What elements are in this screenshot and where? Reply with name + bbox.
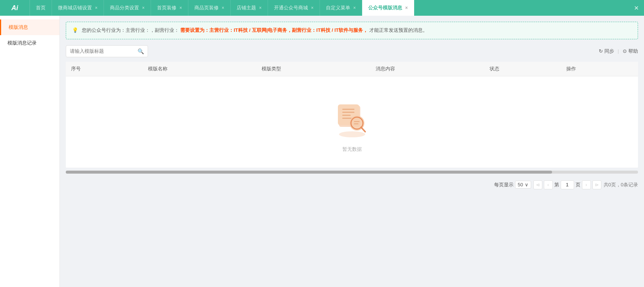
tab-close-wechat-shop[interactable]: × <box>95 5 98 10</box>
tab-close-store-theme[interactable]: × <box>259 5 262 10</box>
help-icon: ⊙ <box>623 48 627 54</box>
tab-bar: Ai 首页微商城店铺设置×商品分类设置×首页装修×商品页装修×店铺主题×开通公众… <box>0 0 644 16</box>
per-page-select[interactable]: 50 ∨ <box>515 181 531 189</box>
sync-button[interactable]: ↻ 同步 <box>599 48 614 55</box>
total-records: 共0页，0条记录 <box>604 181 638 188</box>
main-layout: 模版消息模版消息记录 💡 您的公众号行业为：主营行业：，副营行业： 需要设置为：… <box>0 16 644 287</box>
search-box: 🔍 <box>66 45 148 57</box>
tab-label-category: 商品分类设置 <box>110 4 139 11</box>
tab-close-custom-menu[interactable]: × <box>353 5 356 10</box>
svg-point-0 <box>339 131 365 137</box>
tab-item-open-mall[interactable]: 开通公众号商城× <box>268 0 320 16</box>
notice-box: 💡 您的公众号行业为：主营行业：，副营行业： 需要设置为：主营行业：IT科技 /… <box>66 22 638 39</box>
scroll-thumb <box>66 171 552 174</box>
svg-line-7 <box>361 127 365 132</box>
toolbar-right: ↻ 同步 | ⊙ 帮助 <box>599 48 638 55</box>
toolbar: 🔍 ↻ 同步 | ⊙ 帮助 <box>66 45 638 57</box>
tab-label-product-decor: 商品页装修 <box>194 4 219 11</box>
table-header: 序号模版名称模版类型消息内容状态操作 <box>66 62 638 76</box>
tab-item-home[interactable]: 首页 <box>30 0 52 16</box>
close-all-button[interactable]: ✕ <box>629 4 644 12</box>
page-number-input[interactable] <box>561 180 574 189</box>
search-icon[interactable]: 🔍 <box>138 48 144 54</box>
page-size-selector: 每页显示 50 ∨ <box>494 181 531 189</box>
table-wrapper: 序号模版名称模版类型消息内容状态操作 <box>66 62 638 168</box>
sidebar-item-template-msg[interactable]: 模版消息 <box>0 19 59 35</box>
scroll-indicator[interactable] <box>66 171 638 174</box>
data-table: 序号模版名称模版类型消息内容状态操作 <box>66 62 638 76</box>
page-navigation: ⊲ ‹ 第 页 › ⊳ <box>533 180 601 189</box>
tab-close-product-decor[interactable]: × <box>222 5 224 10</box>
col-header-action: 操作 <box>561 62 638 76</box>
per-page-label: 每页显示 <box>494 181 514 188</box>
col-header-index: 序号 <box>66 62 143 76</box>
last-page-button[interactable]: ⊳ <box>592 180 601 189</box>
tab-close-open-mall[interactable]: × <box>311 5 314 10</box>
empty-state: 暂无数据 <box>66 76 638 168</box>
help-button[interactable]: ⊙ 帮助 <box>623 48 638 55</box>
tab-item-store-theme[interactable]: 店铺主题× <box>231 0 268 16</box>
tab-item-custom-menu[interactable]: 自定义菜单× <box>320 0 362 16</box>
tab-close-template-msg[interactable]: × <box>405 5 408 10</box>
tab-item-wechat-shop[interactable]: 微商城店铺设置× <box>52 0 104 16</box>
tab-item-category[interactable]: 商品分类设置× <box>104 0 151 16</box>
content-area: 💡 您的公众号行业为：主营行业：，副营行业： 需要设置为：主营行业：IT科技 /… <box>60 16 644 287</box>
tab-close-homepage-decor[interactable]: × <box>179 5 182 10</box>
tab-label-custom-menu: 自定义菜单 <box>326 4 350 11</box>
next-page-button[interactable]: › <box>582 180 591 189</box>
toolbar-divider: | <box>618 48 619 54</box>
sidebar-item-template-log[interactable]: 模版消息记录 <box>0 35 59 51</box>
chevron-down-icon: ∨ <box>525 182 529 187</box>
tab-item-product-decor[interactable]: 商品页装修× <box>188 0 231 16</box>
col-header-name: 模版名称 <box>143 62 257 76</box>
col-header-type: 模版类型 <box>256 62 370 76</box>
logo: Ai <box>0 0 30 16</box>
sync-icon: ↻ <box>599 48 603 54</box>
col-header-content: 消息内容 <box>370 62 484 76</box>
per-page-value: 50 <box>518 182 523 187</box>
tab-label-homepage-decor: 首页装修 <box>157 4 176 11</box>
sidebar: 模版消息模版消息记录 <box>0 16 60 287</box>
tab-label-store-theme: 店铺主题 <box>237 4 256 11</box>
col-header-status: 状态 <box>484 62 561 76</box>
help-label: 帮助 <box>628 48 638 55</box>
tab-item-template-msg[interactable]: 公众号模版消息× <box>362 0 414 16</box>
notice-icon: 💡 <box>72 27 78 33</box>
page-unit: 页 <box>576 181 580 188</box>
prev-page-button[interactable]: ‹ <box>544 180 553 189</box>
tab-label-home: 首页 <box>36 4 46 11</box>
pagination: 每页显示 50 ∨ ⊲ ‹ 第 页 › ⊳ 共0页，0条记录 <box>66 177 638 193</box>
tab-item-homepage-decor[interactable]: 首页装修× <box>151 0 188 16</box>
notice-highlight: 需要设置为：主营行业：IT科技 / 互联网|电子商务，副营行业：IT科技 / I… <box>180 27 368 33</box>
first-page-button[interactable]: ⊲ <box>533 180 542 189</box>
search-input[interactable] <box>70 48 138 54</box>
tab-label-wechat-shop: 微商城店铺设置 <box>58 4 92 11</box>
notice-prefix: 您的公众号行业为：主营行业：，副营行业： <box>82 27 179 33</box>
notice-suffix: 才能正常发送预置的消息。 <box>369 27 428 33</box>
empty-text: 暂无数据 <box>342 146 362 153</box>
tab-close-category[interactable]: × <box>142 5 145 10</box>
page-label: 第 <box>554 181 559 188</box>
empty-icon <box>332 99 373 140</box>
tab-label-open-mall: 开通公众号商城 <box>274 4 308 11</box>
sync-label: 同步 <box>604 48 614 55</box>
tab-label-template-msg: 公众号模版消息 <box>368 4 402 11</box>
